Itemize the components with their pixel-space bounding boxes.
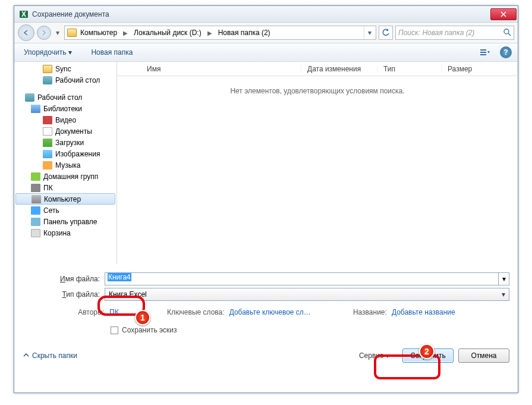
column-name[interactable]: Имя — [141, 65, 301, 73]
crumb-folder[interactable]: Новая папка (2) — [218, 29, 270, 37]
title-label: Название: — [339, 308, 387, 316]
tree-item-label: Компьютер — [44, 195, 81, 203]
search-placeholder: Поиск: Новая папка (2) — [398, 29, 474, 37]
column-size[interactable]: Размер — [442, 65, 518, 73]
tree-item[interactable]: Видео — [14, 114, 117, 125]
crumb-computer[interactable]: Компьютер — [80, 29, 117, 37]
ico-doc-icon — [43, 127, 52, 136]
keywords-value[interactable]: Добавьте ключевое сл… — [229, 308, 311, 316]
chevron-down-icon: ▾ — [68, 48, 72, 56]
tree-item-label: Документы — [55, 127, 92, 136]
ico-down-icon — [43, 139, 52, 147]
filename-history-dropdown[interactable]: ▾ — [499, 272, 509, 285]
title-value[interactable]: Добавьте название — [392, 308, 455, 316]
save-button[interactable]: Сохранить — [402, 349, 454, 363]
ico-desktop-icon — [43, 76, 52, 84]
filename-label: Имя файла: — [23, 275, 105, 283]
folder-icon — [67, 29, 77, 37]
ico-img-icon — [43, 150, 52, 158]
organize-menu[interactable]: Упорядочить▾ — [20, 46, 75, 59]
tree-item-label: Панель управле — [43, 218, 97, 226]
refresh-button[interactable] — [379, 26, 393, 40]
tree-item-label: Видео — [55, 116, 76, 124]
ico-home-icon — [31, 172, 40, 181]
ico-net-icon — [31, 206, 40, 215]
tree-item-label: Рабочий стол — [55, 76, 100, 84]
chevron-down-icon: ▾ — [502, 290, 505, 299]
filetype-value: Книга Excel — [109, 290, 147, 299]
ico-lib-icon — [31, 105, 40, 113]
authors-value[interactable]: ПК — [109, 308, 119, 316]
tree-item[interactable]: Изображения — [14, 148, 117, 159]
tree-item-label: Sync — [55, 65, 71, 73]
tree-item[interactable]: Домашняя групп — [14, 171, 117, 182]
svg-rect-4 — [480, 49, 486, 51]
tree-item-label: Рабочий стол — [37, 93, 82, 102]
address-dropdown[interactable]: ▾ — [364, 26, 374, 39]
tree-item-label: Корзина — [43, 229, 71, 237]
ico-trash-icon — [31, 229, 40, 237]
address-bar[interactable]: Компьютер ▶ Локальный диск (D:) ▶ Новая … — [64, 26, 376, 40]
search-input[interactable]: Поиск: Новая папка (2) — [395, 26, 514, 40]
tree-item-label: Изображения — [55, 150, 100, 158]
tree-item[interactable]: Документы — [14, 125, 117, 137]
tree-item[interactable]: Рабочий стол — [14, 74, 117, 86]
file-list-panel: Имя Дата изменения Тип Размер Нет элемен… — [117, 62, 518, 264]
tree-item[interactable]: Рабочий стол — [14, 92, 117, 103]
ico-pc-icon — [31, 184, 40, 192]
tree-item-label: Библиотеки — [43, 105, 82, 113]
tree-item[interactable]: Сеть — [14, 205, 117, 216]
back-button[interactable] — [18, 24, 34, 41]
tree-item[interactable]: Музыка — [14, 159, 117, 171]
chevron-up-icon — [23, 351, 30, 360]
tree-item[interactable]: Библиотеки — [14, 103, 117, 114]
ico-desktop-icon — [25, 93, 34, 102]
tree-item[interactable]: ПК — [14, 182, 117, 193]
forward-button[interactable] — [37, 26, 51, 40]
tree-item-label: Загрузки — [55, 139, 84, 147]
ico-comp-icon — [32, 195, 41, 203]
chevron-right-icon: ▶ — [121, 30, 130, 36]
svg-line-3 — [508, 33, 511, 36]
help-button[interactable]: ? — [500, 46, 512, 58]
close-button[interactable] — [490, 8, 517, 20]
tree-item-label: Домашняя групп — [43, 172, 98, 181]
service-menu[interactable]: Сервис▾ — [359, 351, 389, 360]
tree-item-label: ПК — [43, 184, 53, 192]
filetype-select[interactable]: Книга Excel ▾ — [105, 288, 509, 301]
svg-point-2 — [504, 29, 509, 34]
tree-item[interactable]: Панель управле — [14, 216, 117, 227]
chevron-down-icon: ▾ — [386, 351, 389, 360]
new-folder-button[interactable]: Новая папка — [87, 46, 136, 59]
svg-text:X: X — [21, 10, 26, 18]
ico-cpl-icon — [31, 218, 40, 226]
ico-music-icon — [43, 161, 52, 169]
filename-input[interactable]: Книга4 — [105, 272, 499, 285]
save-thumbnail-checkbox[interactable] — [111, 326, 118, 334]
window-title: Сохранение документа — [32, 10, 109, 18]
tree-item[interactable]: Sync — [14, 63, 117, 74]
tree-item[interactable]: Корзина — [14, 227, 117, 238]
ico-folder-icon — [43, 65, 52, 73]
chevron-right-icon: ▶ — [205, 30, 215, 36]
column-modified[interactable]: Дата изменения — [301, 65, 377, 73]
save-dialog-window: X Сохранение документа ▾ Компьютер ▶ Лок… — [14, 5, 518, 393]
view-options-button[interactable] — [475, 46, 495, 59]
search-icon — [503, 28, 511, 38]
svg-rect-6 — [480, 54, 486, 55]
filetype-label: Тип файла: — [23, 290, 105, 299]
cancel-button[interactable]: Отмена — [458, 349, 509, 363]
folder-tree: SyncРабочий столРабочий столБиблиотекиВи… — [14, 62, 117, 264]
tree-item[interactable]: Компьютер — [15, 193, 115, 205]
navigation-bar: ▾ Компьютер ▶ Локальный диск (D:) ▶ Нова… — [14, 23, 518, 43]
tree-item[interactable]: Загрузки — [14, 137, 117, 148]
column-type[interactable]: Тип — [377, 65, 442, 73]
authors-label: Авторы: — [55, 308, 105, 316]
column-headers: Имя Дата изменения Тип Размер — [117, 62, 518, 76]
titlebar: X Сохранение документа — [14, 6, 518, 23]
hide-folders-toggle[interactable]: Скрыть папки — [23, 351, 77, 360]
svg-rect-5 — [480, 52, 486, 53]
excel-icon: X — [19, 10, 29, 19]
history-dropdown[interactable]: ▾ — [53, 24, 62, 41]
crumb-drive[interactable]: Локальный диск (D:) — [134, 29, 202, 37]
